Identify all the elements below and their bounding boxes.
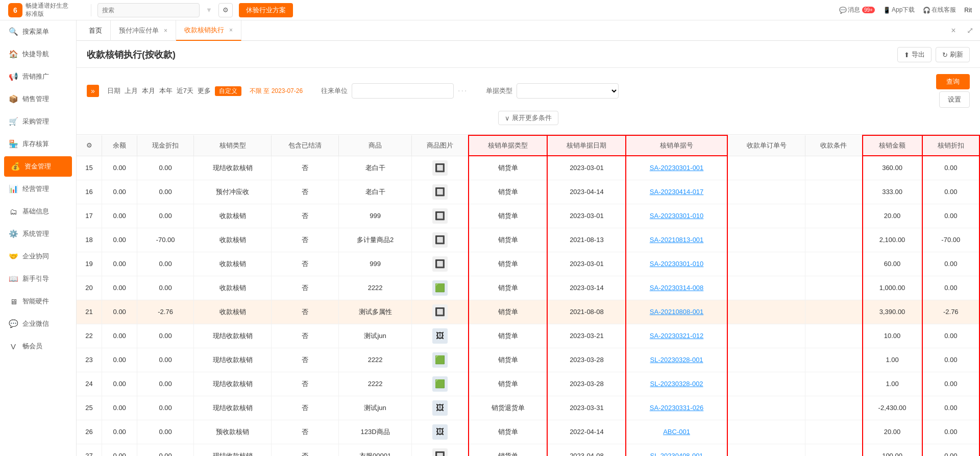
cell-cash-discount: 0.00 [137,372,194,396]
counterpart-input[interactable] [352,83,454,99]
doc-no-link[interactable]: SA-20230301-001 [650,164,704,172]
sidebar-item-basic[interactable]: 🗂 基础信息 [0,200,76,223]
cell-cash-discount: -70.00 [137,228,194,252]
marketing-icon: 📢 [8,71,18,82]
product-image: 🔲 [432,304,448,320]
message-btn[interactable]: 💬 消息 99+ [839,6,875,14]
sidebar-item-marketing[interactable]: 📢 营销推广 [0,65,76,88]
table-row: 21 0.00 -2.76 收款核销 否 测试多属性 🔲 销货单 2021-08… [77,300,979,324]
product-image: 🔲 [432,232,448,248]
product-image: 🖼 [432,328,448,344]
cell-product: 测试jun [339,324,412,348]
cell-settled: 否 [272,276,339,300]
cell-amount: 2,100.00 [863,228,922,252]
date-custom[interactable]: 自定义 [215,86,241,96]
sidebar-item-vip[interactable]: V 畅会员 [0,335,76,357]
export-btn[interactable]: ⬆ 导出 [897,47,932,62]
voucher-type-select[interactable] [517,83,619,99]
sidebar-item-purchase[interactable]: 🛒 采购管理 [0,110,76,133]
tab-collections[interactable]: 收款核销执行 × [176,20,241,41]
date-more[interactable]: 更多 [198,86,211,96]
page-title: 收款核销执行(按收款) [87,49,176,61]
cell-condition [805,276,863,300]
doc-no-link[interactable]: SA-20230301-010 [650,260,704,268]
doc-no-link[interactable]: SA-20230414-017 [650,188,704,196]
tab-prepay[interactable]: 预付冲应付单 × [111,20,176,41]
cell-order-no [727,156,805,180]
sidebar-item-system[interactable]: ⚙️ 系统管理 [0,223,76,245]
settings-btn[interactable]: 设置 [939,91,970,108]
sidebar-item-inventory[interactable]: 🏪 库存核算 [0,133,76,155]
doc-no-link[interactable]: SL-20230408-001 [650,452,703,456]
operation-icon: 📊 [8,184,18,194]
doc-no-link[interactable]: ABC-001 [663,428,690,436]
sidebar-item-corp[interactable]: 🤝 企业协同 [0,245,76,268]
cell-doc-no: SA-20230314-008 [626,276,727,300]
date-this-year[interactable]: 本年 [159,86,173,96]
doc-no-link[interactable]: SA-20230314-008 [650,284,704,292]
search-input[interactable] [97,3,200,17]
cell-cash-discount: 0.00 [137,180,194,204]
product-image: 🔲 [432,448,448,457]
table-header: ⚙ 余额 现金折扣 核销类型 包含已结清 商品 商品图片 核销单据类型 核销单据… [77,135,979,156]
doc-no-link[interactable]: SA-20230331-026 [650,404,704,412]
query-btn[interactable]: 查询 [936,74,970,89]
date-last-month[interactable]: 上月 [125,86,138,96]
col-settings[interactable]: ⚙ [77,135,102,156]
col-amount: 核销金额 [863,135,922,156]
cell-doc-type: 销货单 [469,156,547,180]
settings-icon[interactable]: ⚙ [218,3,233,17]
sidebar-item-wechat[interactable]: 💬 企业微信 [0,313,76,335]
tab-prepay-close[interactable]: × [164,27,167,34]
sidebar-item-guide[interactable]: 📖 新手引导 [0,268,76,290]
app-download-btn[interactable]: 📱 App下载 [883,6,915,14]
collapse-filter-btn[interactable]: » [87,85,99,97]
sidebar-item-search[interactable]: 🔍 搜索菜单 [0,20,76,43]
doc-no-link[interactable]: SA-20210808-001 [650,308,704,316]
expand-btn[interactable]: ∨ 展开更多条件 [498,111,558,125]
col-product: 商品 [339,135,412,156]
sidebar-item-hardware[interactable]: 🖥 智能硬件 [0,290,76,313]
sidebar-item-quicknav[interactable]: 🏠 快捷导航 [0,43,76,65]
refresh-icon: ↻ [942,51,948,59]
online-service-btn[interactable]: 🎧 在线客服 [923,6,956,14]
sidebar-item-operation[interactable]: 📊 经营管理 [0,178,76,200]
tab-home[interactable]: 首页 [81,20,111,41]
cell-product-img: 🔲 [412,228,469,252]
doc-no-link[interactable]: SL-20230328-002 [650,380,703,388]
cell-doc-date: 2023-03-28 [547,372,626,396]
sidebar-item-finance[interactable]: 💰 资金管理 [4,156,72,177]
doc-no-link[interactable]: SA-20210813-001 [650,236,704,244]
product-image: 🟩 [432,376,448,392]
cell-balance: 0.00 [102,252,137,276]
sidebar: 🔍 搜索菜单 🏠 快捷导航 📢 营销推广 📦 销售管理 🛒 采购管理 🏪 库存核… [0,20,77,456]
cell-doc-date: 2023-03-01 [547,156,626,180]
sidebar-item-sales[interactable]: 📦 销售管理 [0,88,76,110]
cell-settled: 否 [272,348,339,372]
counterpart-label: 往来单位 [321,86,348,95]
cell-product: 2222 [339,348,412,372]
date-7days[interactable]: 近7天 [177,86,193,96]
cell-product-img: 🖼 [412,324,469,348]
date-this-month[interactable]: 本月 [142,86,155,96]
user-label[interactable]: Rit [964,7,972,14]
doc-no-link[interactable]: SL-20230328-001 [650,356,703,364]
cell-doc-no: SA-20210808-001 [626,300,727,324]
cell-condition [805,252,863,276]
cell-discount: 0.00 [922,444,979,456]
cell-doc-type: 销货单 [469,276,547,300]
table-row: 22 0.00 0.00 现结收款核销 否 测试jun 🖼 销货单 2023-0… [77,324,979,348]
cell-product: 测试多属性 [339,300,412,324]
close-window-btn[interactable]: × [947,25,960,37]
tab-collections-close[interactable]: × [229,27,233,34]
cell-product: 衣服00001 [339,444,412,456]
refresh-btn[interactable]: ↻ 刷新 [936,47,970,62]
expand-window-btn[interactable]: ⤢ [964,25,976,37]
doc-no-link[interactable]: SA-20230321-012 [650,332,704,340]
doc-no-link[interactable]: SA-20230301-010 [650,212,704,220]
cell-type: 收款核销 [193,300,271,324]
table-body: 15 0.00 0.00 现结收款核销 否 老白干 🔲 销货单 2023-03-… [77,156,979,456]
industry-btn[interactable]: 休验行业方案 [239,3,293,17]
cell-discount: 0.00 [922,348,979,372]
cell-product-img: 🖼 [412,420,469,444]
